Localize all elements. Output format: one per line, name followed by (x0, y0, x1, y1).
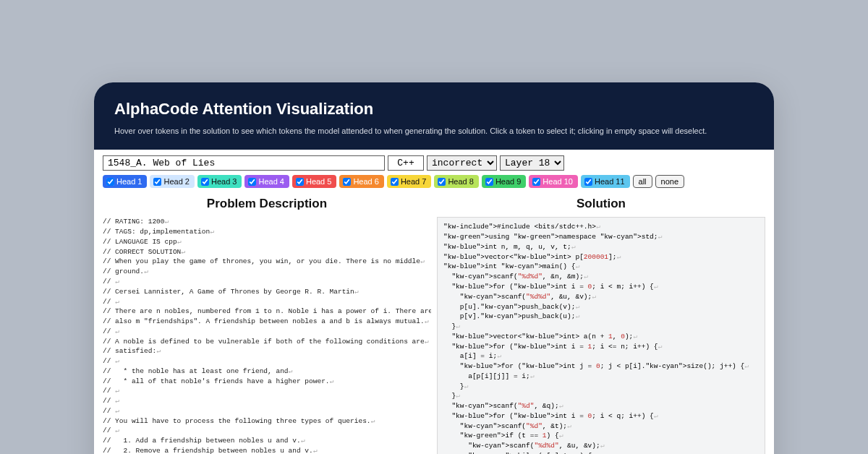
problem-column-title: Problem Description (103, 197, 431, 211)
head-toggle-1[interactable]: Head 1 (103, 175, 147, 188)
head-toggle-8[interactable]: Head 8 (434, 175, 478, 188)
head-label: Head 2 (163, 177, 189, 186)
head-checkbox-6[interactable] (343, 178, 351, 186)
solution-column: Solution "kw-include">#include <bits/std… (437, 197, 765, 454)
app-window: AlphaCode Attention Visualization Hover … (94, 82, 774, 454)
head-checkbox-1[interactable] (106, 178, 114, 186)
head-toggle-6[interactable]: Head 6 (339, 175, 383, 188)
head-checkbox-7[interactable] (391, 178, 399, 186)
problem-name-field[interactable]: 1548_A. Web of Lies (103, 155, 385, 171)
controls-row-1: 1548_A. Web of Lies C++ incorrect Layer … (103, 155, 765, 171)
page-title: AlphaCode Attention Visualization (114, 100, 754, 119)
head-label: Head 10 (542, 177, 573, 186)
controls-bar: 1548_A. Web of Lies C++ incorrect Layer … (94, 150, 774, 189)
head-label: Head 5 (306, 177, 331, 186)
solution-column-title: Solution (437, 197, 765, 211)
verdict-select[interactable]: incorrect (427, 155, 497, 171)
head-label: Head 6 (353, 177, 378, 186)
heads-row: Head 1Head 2Head 3Head 4Head 5Head 6Head… (103, 175, 765, 188)
head-checkbox-3[interactable] (201, 178, 209, 186)
head-label: Head 11 (595, 177, 625, 186)
head-toggle-5[interactable]: Head 5 (292, 175, 336, 188)
head-label: Head 9 (495, 177, 521, 186)
problem-description-text[interactable]: // RATING: 1200↵ // TAGS: dp,implementat… (103, 217, 431, 454)
app-header: AlphaCode Attention Visualization Hover … (94, 82, 774, 150)
problem-column: Problem Description // RATING: 1200↵ // … (103, 197, 431, 454)
head-checkbox-11[interactable] (584, 178, 592, 186)
head-checkbox-4[interactable] (248, 178, 256, 186)
head-label: Head 3 (211, 177, 237, 186)
page-subtitle: Hover over tokens in the solution to see… (114, 126, 754, 137)
main-columns: Problem Description // RATING: 1200↵ // … (94, 189, 774, 454)
head-label: Head 1 (116, 177, 142, 186)
head-checkbox-10[interactable] (532, 178, 540, 186)
head-label: Head 7 (401, 177, 426, 186)
solution-code-text[interactable]: "kw-include">#include <bits/stdc++.h>↵ "… (437, 217, 765, 454)
head-checkbox-5[interactable] (296, 178, 304, 186)
head-toggle-7[interactable]: Head 7 (387, 175, 431, 188)
head-label: Head 4 (258, 177, 284, 186)
head-toggle-10[interactable]: Head 10 (529, 175, 578, 188)
head-checkbox-2[interactable] (153, 178, 161, 186)
layer-select[interactable]: Layer 18 (500, 155, 564, 171)
head-label: Head 8 (448, 177, 473, 186)
head-toggle-4[interactable]: Head 4 (244, 175, 289, 188)
head-toggle-11[interactable]: Head 11 (581, 175, 630, 188)
head-toggle-2[interactable]: Head 2 (150, 175, 194, 188)
head-toggle-3[interactable]: Head 3 (197, 175, 242, 188)
none-button[interactable]: none (655, 175, 684, 188)
head-checkbox-8[interactable] (438, 178, 446, 186)
head-toggle-9[interactable]: Head 9 (482, 175, 526, 188)
all-button[interactable]: all (633, 175, 652, 188)
language-field: C++ (388, 155, 424, 171)
head-checkbox-9[interactable] (485, 178, 493, 186)
